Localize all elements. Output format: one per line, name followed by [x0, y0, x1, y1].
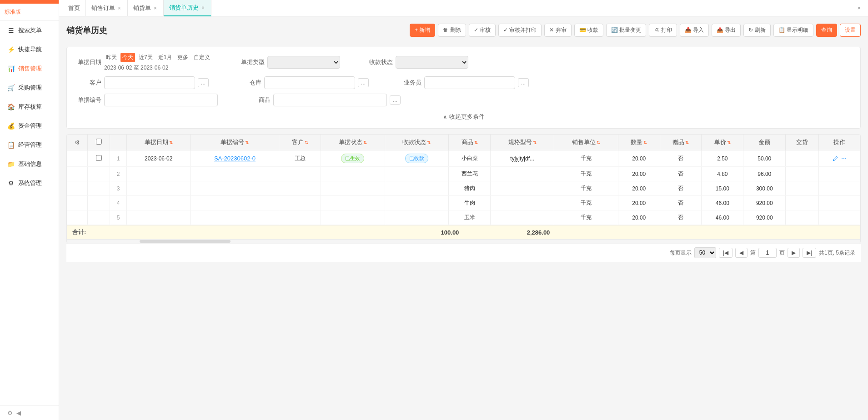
col-gear[interactable]: ⚙ — [67, 135, 88, 150]
row-1-doc-num-link[interactable]: SA-20230602-0 — [214, 155, 256, 162]
row-5-trade — [786, 210, 819, 225]
row-2-gift: 否 — [660, 167, 702, 181]
row-4-payment-status — [385, 196, 448, 210]
tab-sales-history-close[interactable]: × — [201, 5, 206, 11]
product-ellipsis[interactable]: ... — [390, 95, 401, 105]
table-scrollbar[interactable] — [67, 239, 860, 243]
tab-sales-order[interactable]: 销售订单 × — [86, 0, 128, 16]
col-payment-status[interactable]: 收款状态⇅ — [385, 135, 448, 150]
tab-sales-order-close[interactable]: × — [117, 5, 122, 11]
tab-sales-history[interactable]: 销货单历史 × — [164, 0, 211, 16]
sidebar-item-finance[interactable]: 💰 资金管理 — [0, 116, 59, 135]
last-page-button[interactable]: ▶| — [803, 248, 816, 258]
per-page-label: 每页显示 — [670, 249, 692, 257]
import-button[interactable]: 📥 导入 — [680, 24, 709, 37]
row-1-doc-num[interactable]: SA-20230602-0 — [191, 150, 279, 167]
row-1-amount: 50.00 — [743, 150, 786, 167]
salesperson-ellipsis[interactable]: ... — [518, 78, 529, 87]
audit-button[interactable]: ✓ 审核 — [469, 24, 496, 37]
customer-ellipsis[interactable]: ... — [198, 78, 209, 87]
per-page-select[interactable]: 50 — [694, 247, 716, 258]
abandon-button[interactable]: ✕ 弃审 — [544, 24, 571, 37]
col-sales-unit[interactable]: 销售单位⇅ — [554, 135, 618, 150]
col-doc-status[interactable]: 单据状态⇅ — [321, 135, 385, 150]
col-product[interactable]: 商品⇅ — [449, 135, 491, 150]
tab-home[interactable]: 首页 — [63, 0, 86, 16]
select-all-checkbox[interactable] — [96, 139, 102, 145]
row-3-doc-status — [321, 181, 385, 196]
col-doc-date[interactable]: 单据日期⇅ — [126, 135, 190, 150]
sidebar-item-label: 销售管理 — [18, 65, 42, 73]
page-number-input[interactable] — [758, 248, 777, 258]
shortcut-yesterday[interactable]: 昨天 — [104, 53, 119, 62]
tabs-close-all[interactable]: × — [853, 3, 864, 13]
audit-print-button[interactable]: ✓ 审核并打印 — [498, 24, 542, 37]
row-4-doc-status — [321, 196, 385, 210]
batch-change-button[interactable]: 🔄 批量变更 — [606, 24, 646, 37]
delete-button[interactable]: 🗑 删除 — [438, 24, 466, 37]
table-row: 2 西兰花 千克 20.00 否 4.80 96.00 — [67, 167, 860, 181]
sidebar-item-search-menu[interactable]: ☰ 搜索菜单 — [0, 21, 59, 40]
sidebar-item-quick-nav[interactable]: ⚡ 快捷导航 — [0, 40, 59, 59]
product-input[interactable] — [273, 94, 387, 106]
sidebar-item-purchase-mgmt[interactable]: 🛒 采购管理 — [0, 78, 59, 97]
sidebar-item-inventory[interactable]: 🏠 库存核算 — [0, 97, 59, 116]
sidebar-bottom: ⚙ ◀ — [0, 405, 59, 420]
col-quantity[interactable]: 数量⇅ — [618, 135, 660, 150]
prev-page-button[interactable]: ◀ — [735, 248, 748, 258]
query-button[interactable]: 查询 — [816, 24, 837, 37]
first-page-button[interactable]: |◀ — [719, 248, 733, 258]
shortcut-custom[interactable]: 自定义 — [192, 53, 212, 62]
quick-nav-icon: ⚡ — [7, 46, 15, 53]
settings-button[interactable]: 设置 — [840, 24, 861, 37]
print-button[interactable]: 🖨 打印 — [649, 24, 677, 37]
shortcut-more[interactable]: 更多 — [176, 53, 190, 62]
row-1-edit-button[interactable]: 🖊 — [832, 155, 839, 162]
shortcut-7days[interactable]: 近7天 — [137, 53, 155, 62]
checkbox-cell — [88, 167, 110, 181]
row-1-checkbox[interactable] — [96, 155, 102, 161]
payment-status-select[interactable] — [396, 56, 468, 69]
tab-sales-delivery[interactable]: 销货单 × — [128, 0, 164, 16]
col-doc-num[interactable]: 单据编号⇅ — [191, 135, 279, 150]
col-spec[interactable]: 规格型号⇅ — [490, 135, 554, 150]
sidebar-item-operations[interactable]: 📋 经营管理 — [0, 135, 59, 155]
collect-button[interactable]: 💳 收款 — [574, 24, 603, 37]
doc-type-select[interactable] — [267, 56, 340, 69]
tab-sales-delivery-close[interactable]: × — [153, 5, 158, 11]
sidebar-settings-icon[interactable]: ⚙ — [7, 410, 13, 416]
collapse-button[interactable]: ∧ 收起更多条件 — [443, 111, 485, 123]
col-unit-price[interactable]: 单价⇅ — [702, 135, 743, 150]
shortcut-today[interactable]: 今天 — [120, 53, 135, 62]
sidebar-item-sales-mgmt[interactable]: 📊 销售管理 — [0, 59, 59, 78]
row-1-customer: 王总 — [279, 150, 321, 167]
col-gift-label: 赠品 — [672, 138, 684, 146]
sidebar-item-basic-info[interactable]: 📁 基础信息 — [0, 155, 59, 174]
salesperson-input[interactable] — [424, 76, 515, 89]
sidebar-collapse-icon[interactable]: ◀ — [16, 410, 21, 416]
col-gift[interactable]: 赠品⇅ — [660, 135, 702, 150]
export-button[interactable]: 📤 导出 — [712, 24, 741, 37]
warehouse-input[interactable] — [264, 76, 355, 89]
refresh-button[interactable]: ↻ 刷新 — [743, 24, 770, 37]
doc-num-input[interactable] — [104, 94, 218, 106]
new-button[interactable]: + 新增 — [410, 24, 435, 37]
table-footer: 合计: 100.00 2,286.00 — [67, 225, 860, 239]
sales-unit-sort-icon: ⇅ — [597, 140, 600, 145]
col-spec-label: 规格型号 — [508, 138, 532, 146]
next-page-button[interactable]: ▶ — [788, 248, 800, 258]
warehouse-ellipsis[interactable]: ... — [358, 78, 369, 87]
col-customer[interactable]: 客户⇅ — [279, 135, 321, 150]
filter-doc-num-item: 单据编号 — [74, 94, 218, 106]
row-5-customer — [279, 210, 321, 225]
row-1-more-button[interactable]: ⋯ — [840, 155, 848, 162]
customer-input[interactable] — [104, 76, 195, 89]
row-num-4: 4 — [110, 196, 127, 210]
row-5-spec — [490, 210, 554, 225]
shortcut-1month[interactable]: 近1月 — [156, 53, 174, 62]
sidebar-item-system[interactable]: ⚙ 系统管理 — [0, 174, 59, 193]
row-3-quantity: 20.00 — [618, 181, 660, 196]
spec-sort-icon: ⇅ — [533, 140, 537, 145]
gear-cell — [67, 150, 88, 167]
display-details-button[interactable]: 📋 显示明细 — [773, 24, 813, 37]
